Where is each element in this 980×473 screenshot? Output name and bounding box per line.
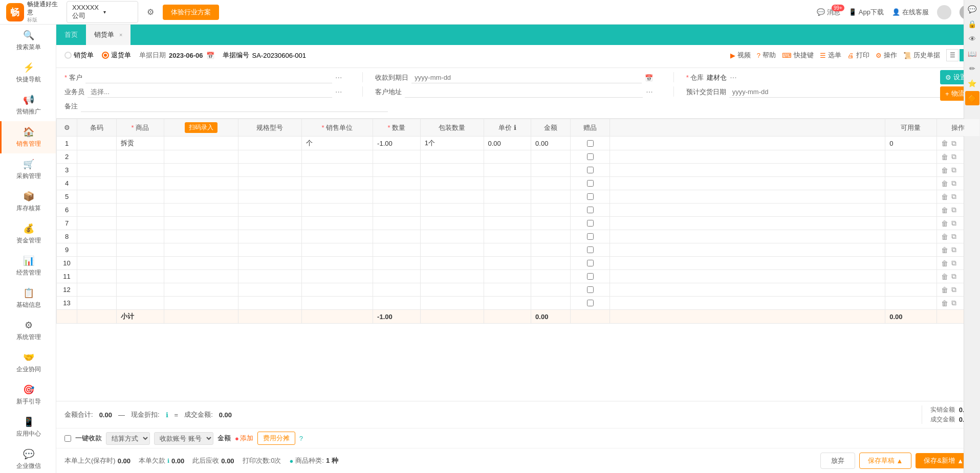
- float-edit-icon[interactable]: ✏: [965, 61, 979, 76]
- customer-dots-icon[interactable]: ···: [335, 73, 342, 82]
- qty-cell[interactable]: -1.00: [373, 137, 421, 150]
- expense-help-icon[interactable]: ?: [299, 435, 303, 442]
- account-select[interactable]: 收款账号 账号: [154, 432, 213, 445]
- copy-row-icon[interactable]: ⧉: [951, 192, 956, 201]
- print-btn[interactable]: 🖨 打印: [847, 51, 869, 60]
- float-book-icon[interactable]: 📖: [965, 47, 979, 61]
- delivery-date-input[interactable]: [729, 86, 952, 98]
- delete-row-icon[interactable]: 🗑: [941, 259, 948, 267]
- customer-address-input[interactable]: [405, 86, 643, 98]
- delete-row-icon[interactable]: 🗑: [941, 193, 948, 201]
- video-btn[interactable]: ▶ 视频: [730, 51, 751, 60]
- copy-row-icon[interactable]: ⧉: [951, 285, 956, 294]
- sidebar-item-inventory[interactable]: 📦 库存核算: [0, 186, 56, 218]
- return-bill-radio[interactable]: 退货单: [102, 51, 131, 60]
- warehouse-dots-icon[interactable]: ···: [730, 73, 736, 82]
- delete-row-icon[interactable]: 🗑: [941, 153, 948, 161]
- calendar-icon[interactable]: 📅: [206, 52, 214, 59]
- copy-row-icon[interactable]: ⧉: [951, 272, 956, 281]
- float-star-icon[interactable]: ⭐: [965, 76, 979, 91]
- discard-button[interactable]: 放弃: [820, 453, 855, 469]
- history-btn[interactable]: 📜 历史单据: [903, 51, 940, 60]
- app-download-button[interactable]: 📱 App下载: [848, 8, 884, 17]
- delete-row-icon[interactable]: 🗑: [941, 233, 948, 241]
- gift-checkbox[interactable]: [587, 260, 594, 266]
- settlement-method-select[interactable]: 结算方式: [106, 432, 150, 445]
- delete-row-icon[interactable]: 🗑: [941, 219, 948, 228]
- delete-row-icon[interactable]: 🗑: [941, 139, 948, 147]
- avatar[interactable]: [937, 5, 951, 19]
- date-value[interactable]: 2023-06-06: [169, 52, 203, 59]
- tab-sales-order[interactable]: 销货单 ×: [86, 25, 130, 45]
- copy-row-icon[interactable]: ⧉: [951, 299, 956, 307]
- sidebar-item-finance[interactable]: 💰 资金管理: [0, 218, 56, 250]
- payment-due-calendar-icon[interactable]: 📅: [645, 74, 653, 82]
- delete-row-icon[interactable]: 🗑: [941, 299, 948, 307]
- float-eye-icon[interactable]: 👁: [965, 32, 979, 46]
- delete-row-icon[interactable]: 🗑: [941, 166, 948, 174]
- customer-address-dots-icon[interactable]: ···: [646, 87, 652, 97]
- message-button[interactable]: 💬 消息 99+: [817, 8, 840, 17]
- trial-button[interactable]: 体验行业方案: [163, 5, 219, 20]
- sidebar-item-wechat[interactable]: 💬 企业微信: [0, 443, 56, 473]
- col-settings-header[interactable]: ⚙: [57, 119, 77, 137]
- delete-row-icon[interactable]: 🗑: [941, 206, 948, 214]
- sidebar-item-app-center[interactable]: 📱 应用中心: [0, 411, 56, 443]
- gift-checkbox[interactable]: [587, 167, 594, 173]
- price-cell[interactable]: 0.00: [484, 137, 531, 150]
- sidebar-item-guide[interactable]: 🎯 新手引导: [0, 379, 56, 411]
- salesperson-input[interactable]: [88, 86, 332, 98]
- sales-bill-radio[interactable]: 销货单: [64, 51, 94, 60]
- sidebar-item-system[interactable]: ⚙ 系统管理: [0, 314, 56, 347]
- help-circle-icon[interactable]: ℹ: [166, 411, 168, 419]
- copy-row-icon[interactable]: ⧉: [951, 179, 956, 188]
- expense-split-button[interactable]: 费用分摊: [257, 432, 295, 445]
- online-service-button[interactable]: 👤 在线客服: [892, 8, 929, 17]
- sidebar-item-operation[interactable]: 📊 经营管理: [0, 250, 56, 282]
- gift-checkbox[interactable]: [587, 300, 594, 306]
- copy-row-icon[interactable]: ⧉: [951, 259, 956, 267]
- amount-cell[interactable]: 0.00: [531, 137, 571, 150]
- delete-row-icon[interactable]: 🗑: [941, 246, 948, 254]
- salesperson-dots-icon[interactable]: ···: [335, 87, 342, 97]
- one-click-payment-checkbox[interactable]: [64, 435, 71, 442]
- add-payment-button[interactable]: ● 添加: [235, 434, 253, 443]
- gift-checkbox[interactable]: [587, 207, 594, 213]
- remarks-input[interactable]: [81, 101, 388, 112]
- spec-cell[interactable]: [238, 137, 302, 150]
- gift-checkbox[interactable]: [587, 246, 594, 253]
- tab-home[interactable]: 首页: [56, 25, 86, 45]
- gift-checkbox[interactable]: [587, 233, 594, 240]
- delete-row-icon[interactable]: 🗑: [941, 286, 948, 294]
- sidebar-item-search[interactable]: 🔍 搜索菜单: [0, 25, 56, 57]
- operate-btn[interactable]: ⚙ 操作: [876, 51, 897, 60]
- float-lock-icon[interactable]: 🔒: [965, 25, 979, 31]
- gift-checkbox[interactable]: [587, 273, 594, 280]
- copy-row-icon[interactable]: ⧉: [951, 139, 956, 148]
- list-view-btn[interactable]: ☰: [946, 49, 959, 61]
- gift-checkbox[interactable]: [587, 140, 594, 147]
- company-selector[interactable]: XXXXXX公司 ▾: [67, 1, 138, 23]
- delete-row-icon[interactable]: 🗑: [941, 273, 948, 281]
- sidebar-item-basic[interactable]: 📋 基础信息: [0, 282, 56, 314]
- settings-button[interactable]: ⚙: [142, 4, 159, 20]
- shortcut-btn[interactable]: ⌨ 快捷键: [782, 51, 814, 60]
- gift-checkbox[interactable]: [587, 286, 594, 293]
- copy-row-icon[interactable]: ⧉: [951, 232, 956, 241]
- gift-checkbox[interactable]: [587, 180, 594, 187]
- sidebar-item-purchase[interactable]: 🛒 采购管理: [0, 153, 56, 186]
- help-btn[interactable]: ? 帮助: [757, 51, 776, 60]
- product-cell[interactable]: 拆贡: [117, 137, 164, 150]
- tab-close-icon[interactable]: ×: [119, 32, 122, 38]
- gift-checkbox[interactable]: [587, 220, 594, 227]
- payment-due-input[interactable]: [411, 72, 641, 83]
- copy-row-icon[interactable]: ⧉: [951, 245, 956, 254]
- sidebar-item-quick-nav[interactable]: ⚡ 快捷导航: [0, 57, 56, 89]
- select-order-btn[interactable]: ☰ 选单: [820, 51, 841, 60]
- copy-row-icon[interactable]: ⧉: [951, 166, 956, 174]
- save-draft-button[interactable]: 保存草稿 ▲: [859, 453, 912, 469]
- copy-row-icon[interactable]: ⧉: [951, 219, 956, 228]
- copy-row-icon[interactable]: ⧉: [951, 206, 956, 214]
- copy-row-icon[interactable]: ⧉: [951, 152, 956, 161]
- barcode-cell[interactable]: [77, 137, 117, 150]
